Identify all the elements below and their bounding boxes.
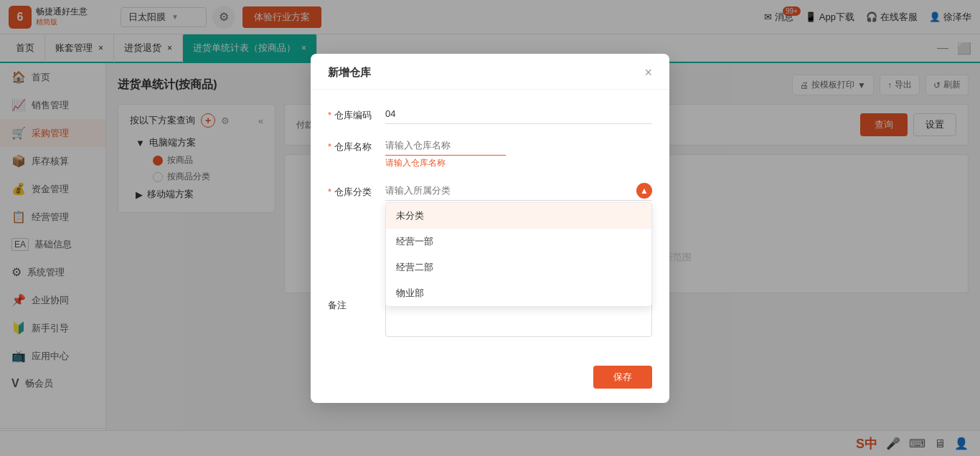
category-label: 仓库分类: [328, 181, 385, 199]
name-label: 仓库名称: [328, 136, 385, 153]
modal-footer: 保存: [311, 360, 669, 403]
modal-body: 仓库编码 仓库名称 请输入仓库名称 仓库分类 ▲ 未分类: [311, 90, 669, 360]
modal-overlay[interactable]: 新增仓库 × 仓库编码 仓库名称 请输入仓库名称 仓库分类: [0, 0, 980, 456]
note-label: 备注: [328, 294, 385, 312]
dropdown-option-dept2[interactable]: 经营二部: [386, 255, 651, 280]
name-error-msg: 请输入仓库名称: [385, 157, 652, 169]
modal-header: 新增仓库 ×: [311, 54, 669, 90]
modal-close-button[interactable]: ×: [644, 65, 652, 80]
category-dropdown-list: 未分类 经营一部 经营二部 物业部: [385, 202, 652, 307]
category-dropdown-wrapper: ▲ 未分类 经营一部 经营二部 物业部: [385, 181, 652, 201]
warehouse-name-row: 仓库名称 请输入仓库名称: [328, 136, 652, 169]
code-label: 仓库编码: [328, 104, 385, 122]
warehouse-name-input[interactable]: [385, 136, 506, 156]
category-dropdown-toggle[interactable]: ▲: [636, 183, 652, 199]
new-warehouse-modal: 新增仓库 × 仓库编码 仓库名称 请输入仓库名称 仓库分类: [311, 54, 669, 403]
category-input[interactable]: [385, 181, 652, 201]
dropdown-option-uncategorized[interactable]: 未分类: [386, 203, 651, 229]
warehouse-category-row: 仓库分类 ▲ 未分类 经营一部 经营二部 物业部: [328, 181, 652, 201]
dropdown-option-property[interactable]: 物业部: [386, 280, 651, 306]
modal-title: 新增仓库: [328, 66, 371, 80]
save-button[interactable]: 保存: [593, 366, 652, 389]
name-field-wrapper: 请输入仓库名称: [385, 136, 652, 169]
warehouse-code-input[interactable]: [385, 104, 652, 124]
dropdown-option-dept1[interactable]: 经营一部: [386, 229, 651, 255]
warehouse-code-row: 仓库编码: [328, 104, 652, 124]
